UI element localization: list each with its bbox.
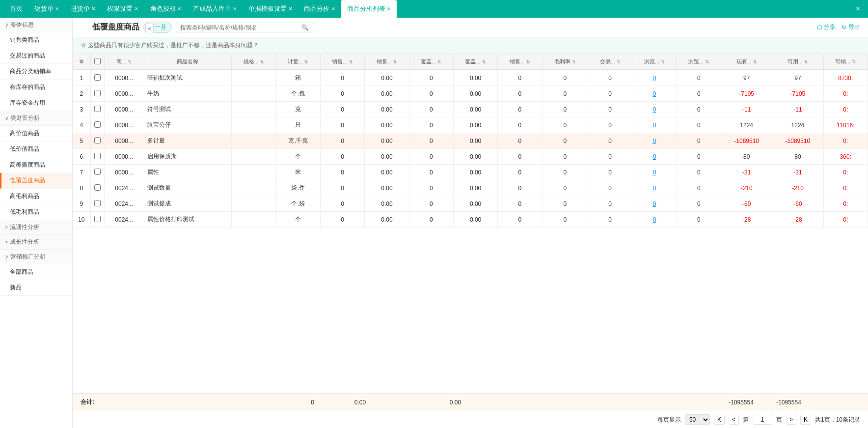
- sidebar-item-stocked-goods[interactable]: 有库存的商品: [0, 80, 72, 95]
- row-browse2: 0: [677, 149, 721, 165]
- share-button[interactable]: ⬡ 分享: [817, 23, 836, 31]
- row-trade: 0: [588, 165, 632, 180]
- col-current[interactable]: 现有... ⇅: [721, 54, 772, 70]
- sidebar-section-overall[interactable]: ∨ 整体信息: [0, 18, 72, 32]
- sidebar-item-low-margin[interactable]: 低毛利商品: [0, 204, 72, 220]
- row-checkbox[interactable]: [94, 169, 101, 175]
- row-current: 80: [721, 149, 772, 165]
- sidebar-item-low-coverage[interactable]: 低覆盖度商品: [0, 173, 72, 189]
- sidebar-collapse-button[interactable]: «: [145, 24, 154, 33]
- sidebar-item-low-value[interactable]: 低价值商品: [0, 142, 72, 157]
- table-row: 6 0000... 启用保质期 个 0 0.00 0 0.00 0 0 0 0 …: [73, 149, 868, 165]
- row-browse1[interactable]: 0: [632, 102, 677, 117]
- row-num: 5: [73, 133, 90, 149]
- sidebar-item-sales-goods[interactable]: 销售类商品: [0, 32, 72, 48]
- nav-home[interactable]: 首页: [4, 0, 28, 18]
- row-browse1[interactable]: 0: [632, 212, 677, 228]
- row-browse1[interactable]: 0: [632, 180, 677, 196]
- col-available[interactable]: 可用... ⇅: [772, 54, 823, 70]
- row-sales-amt: 0.00: [365, 212, 409, 228]
- row-spec: [232, 133, 276, 149]
- row-checkbox[interactable]: [94, 137, 101, 143]
- sidebar-section-marketing[interactable]: ∨ 营销推广分析: [0, 250, 72, 264]
- col-unit[interactable]: 计量... ⇅: [276, 54, 320, 70]
- col-browse2[interactable]: 浏览... ⇅: [677, 54, 721, 70]
- row-gross-rate: 0: [542, 133, 588, 149]
- row-sales-qty: 0: [320, 180, 364, 196]
- col-name[interactable]: 商品名称: [144, 54, 231, 70]
- close-window-button[interactable]: ×: [852, 4, 864, 13]
- row-checkbox[interactable]: [94, 121, 101, 128]
- content-header: 低覆盖度商品 近一月 🔍 ⬡ 分享 ↻ 导出: [73, 18, 868, 37]
- search-input[interactable]: [180, 24, 301, 31]
- footer-spacer5: [384, 399, 432, 406]
- sidebar-section-liquidity[interactable]: > 流通性分析: [0, 220, 72, 235]
- col-cover2[interactable]: 覆盖... ⇅: [453, 54, 497, 70]
- sidebar-item-new-goods[interactable]: 新品: [0, 280, 72, 296]
- col-settings[interactable]: ⚙: [73, 54, 90, 70]
- footer-cover2: 0.00: [432, 399, 479, 406]
- nav-purchase[interactable]: 进货单 ×: [65, 0, 101, 18]
- last-page-button[interactable]: K: [800, 415, 811, 425]
- current-page-input[interactable]: [753, 415, 772, 425]
- sidebar-section-growth[interactable]: > 成长性分析: [0, 235, 72, 250]
- row-browse1[interactable]: 0: [632, 196, 677, 212]
- nav-sales[interactable]: 销货单 ×: [28, 0, 65, 18]
- col-trade[interactable]: 交易... ⇅: [588, 54, 632, 70]
- sidebar-item-traded-goods[interactable]: 交易过的商品: [0, 48, 72, 64]
- main-layout: ∨ 整体信息 销售类商品 交易过的商品 商品分类动销率 有库存的商品 库存资金占…: [0, 18, 868, 428]
- col-sellable[interactable]: 可销... ⇅: [823, 54, 868, 70]
- col-sales3[interactable]: 销售... ⇅: [498, 54, 542, 70]
- nav-products[interactable]: 产成品入库单 ×: [187, 0, 243, 18]
- nav-analysis[interactable]: 商品分析 ×: [298, 0, 341, 18]
- col-code[interactable]: 商... ⇅: [104, 54, 144, 70]
- sidebar-item-high-coverage[interactable]: 高覆盖度商品: [0, 157, 72, 173]
- sidebar-item-category-rate[interactable]: 商品分类动销率: [0, 64, 72, 80]
- col-browse1[interactable]: 浏览... ⇅: [632, 54, 677, 70]
- row-browse1[interactable]: 0: [632, 86, 677, 102]
- sidebar-item-high-margin[interactable]: 高毛利商品: [0, 189, 72, 204]
- row-num: 2: [73, 86, 90, 102]
- col-sales-qty[interactable]: 销售... ⇅: [320, 54, 364, 70]
- row-checkbox[interactable]: [94, 74, 101, 81]
- table-row: 1 0000... 旺辅批次测试 箱 0 0.00 0 0.00 0 0 0 0…: [73, 70, 868, 86]
- row-checkbox[interactable]: [94, 106, 101, 112]
- sidebar-section-wealth[interactable]: ∨ 类财富分析: [0, 111, 72, 126]
- row-browse1[interactable]: 0: [632, 149, 677, 165]
- search-box: 🔍: [176, 23, 313, 32]
- prev-page-button[interactable]: <: [729, 415, 739, 425]
- row-checkbox[interactable]: [94, 200, 101, 206]
- per-page-select[interactable]: 50 100 200: [685, 414, 710, 425]
- col-gross-rate[interactable]: 毛利率 ⇅: [542, 54, 588, 70]
- row-code: 0000...: [104, 102, 144, 117]
- row-cover2: 0.00: [453, 86, 497, 102]
- row-checkbox[interactable]: [94, 216, 101, 222]
- row-checkbox[interactable]: [94, 153, 101, 159]
- sidebar-item-capital[interactable]: 库存资金占用: [0, 95, 72, 111]
- next-page-button[interactable]: >: [786, 415, 796, 425]
- content-area: « 低覆盖度商品 近一月 🔍 ⬡ 分享 ↻ 导出 ☆ 这些商品只有: [73, 18, 868, 428]
- nav-template[interactable]: 单据模板设置 ×: [243, 0, 298, 18]
- footer-spacer4: [241, 399, 289, 406]
- row-browse1[interactable]: 0: [632, 70, 677, 86]
- export-button[interactable]: ↻ 导出: [841, 23, 860, 31]
- col-spec[interactable]: 规格... ⇅: [232, 54, 276, 70]
- first-page-button[interactable]: K: [714, 415, 725, 425]
- sidebar-item-all-goods[interactable]: 全部商品: [0, 264, 72, 280]
- row-unit: 个: [276, 149, 320, 165]
- select-all-checkbox[interactable]: [94, 58, 101, 64]
- row-browse1[interactable]: 0: [632, 117, 677, 133]
- nav-roles[interactable]: 角色授权 ×: [144, 0, 187, 18]
- row-checkbox[interactable]: [94, 90, 101, 96]
- row-browse1[interactable]: 0: [632, 133, 677, 149]
- row-sales-amt: 0.00: [365, 149, 409, 165]
- row-browse1[interactable]: 0: [632, 165, 677, 180]
- nav-permissions[interactable]: 权限设置 ×: [101, 0, 144, 18]
- row-checkbox-cell: [90, 133, 104, 149]
- row-checkbox[interactable]: [94, 184, 101, 191]
- col-sales-amt[interactable]: 销售... ⇅: [365, 54, 409, 70]
- col-cover1[interactable]: 覆盖... ⇅: [409, 54, 453, 70]
- nav-analysis-list[interactable]: 商品分析列表 ×: [341, 0, 397, 18]
- row-code: 0024...: [104, 212, 144, 228]
- sidebar-item-high-value[interactable]: 高价值商品: [0, 126, 72, 142]
